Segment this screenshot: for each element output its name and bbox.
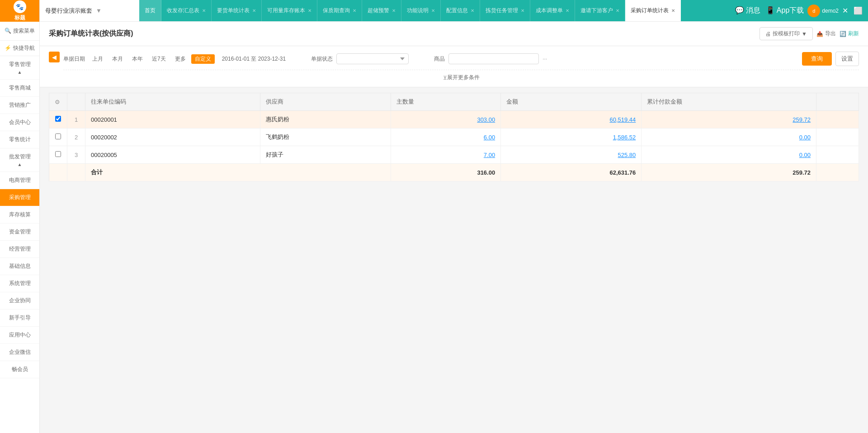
sidebar-item-wholesale[interactable]: 批发管理▲ [0,148,39,172]
sidebar-item-retail-stats[interactable]: 零售统计 [0,131,39,148]
settings-icon[interactable]: ⚙ [55,99,60,105]
tab-close-btn[interactable]: ✕ [671,8,675,13]
tab-purchase-summary[interactable]: 采购订单统计表✕ [625,0,681,21]
sidebar-item-basic-info[interactable]: 基础信息 [0,258,39,275]
sidebar-item-new-guide[interactable]: 新手引导 [0,309,39,327]
row-amount[interactable]: 525.80 [501,146,642,164]
table-row[interactable]: 2 00020002 飞鹤奶粉 6.00 1,586.52 0.00 [49,128,859,146]
sidebar-item-purchase[interactable]: 采购管理 [0,189,39,206]
tab-inventory-book[interactable]: 可用量库存账本✕ [262,0,317,21]
status-select[interactable] [336,53,409,64]
tab-goods-summary[interactable]: 要货单统计表✕ [212,0,262,21]
row-paid-amount[interactable]: 0.00 [642,128,816,146]
goods-more-icon[interactable]: ··· [542,56,547,62]
table-row[interactable]: 3 00020005 好孩子 7.00 525.80 0.00 [49,146,859,164]
footer-extra [816,164,859,181]
nav-item-label: 采购管理 [9,194,31,201]
footer-amount: 62,631.76 [501,164,642,181]
tab-invite-downstream[interactable]: 邀请下游客户✕ [575,0,625,21]
tab-label: 要货单统计表 [217,7,250,14]
sidebar-item-enterprise[interactable]: 企业协同 [0,292,39,309]
this-year-btn[interactable]: 本年 [128,54,146,64]
app-download-button[interactable]: 📱 App下载 [764,4,806,17]
sidebar-item-member[interactable]: 会员中心 [0,114,39,131]
workspace-selector[interactable]: 母婴行业演示账套 ▼ [40,7,139,15]
search-menu-button[interactable]: 🔍 搜索菜单 [3,25,37,37]
close-window-button[interactable]: ✕ [840,5,850,17]
tab-close-btn[interactable]: ✕ [392,8,396,13]
settings-button[interactable]: 设置 [835,52,859,66]
footer-checkbox-cell [49,164,67,181]
last-month-btn[interactable]: 上月 [89,54,107,64]
refresh-button[interactable]: 🔄 刷新 [840,30,859,38]
message-button[interactable]: 💬 消息 [733,4,762,17]
row-amount[interactable]: 60,519.44 [501,111,642,128]
restore-window-button[interactable]: ⬜ [852,5,864,17]
row-main-qty[interactable]: 6.00 [391,128,500,146]
footer-paid-amount: 259.72 [642,164,816,181]
row-number: 3 [67,146,85,164]
tab-close-btn[interactable]: ✕ [202,8,206,13]
row-supplier-code: 00020005 [85,146,260,164]
tab-stocking-task[interactable]: 拣货任务管理✕ [480,0,530,21]
custom-date-tag[interactable]: 自定义 [191,54,215,64]
sidebar-item-marketing[interactable]: 营销推广 [0,97,39,114]
tab-func-desc[interactable]: 功能说明✕ [401,0,441,21]
logo-text: 标题 [14,14,25,22]
export-button[interactable]: 📤 导出 [816,30,836,38]
sidebar-item-retail-mall[interactable]: 零售商城 [0,80,39,97]
more-dates-btn[interactable]: 更多 [171,54,189,64]
tab-close-btn[interactable]: ✕ [308,8,311,13]
row-paid-amount[interactable]: 259.72 [642,111,816,128]
goods-input[interactable] [448,53,539,64]
sidebar-item-finance[interactable]: 资金管理 [0,224,39,241]
tab-close-btn[interactable]: ✕ [252,8,256,13]
sidebar-item-retail-mgmt[interactable]: 零售管理▲ [0,56,39,80]
nav-item-label: 零售商城 [9,84,31,92]
sidebar-item-operations[interactable]: 经营管理 [0,241,39,258]
filter-area: ◀ 单据日期 上月 本月 本年 近7天 更多 自定义 [40,46,868,87]
row-main-qty[interactable]: 7.00 [391,146,500,164]
expand-filter-button[interactable]: ◀ [49,52,60,62]
quick-nav-button[interactable]: ⚡ 快捷导航 [3,43,37,54]
expand-more-button[interactable]: 展开更多条件 [447,74,480,81]
row-checkbox[interactable] [49,128,67,146]
row-amount[interactable]: 1,586.52 [501,128,642,146]
nav-item-label: 企业微信 [9,348,31,356]
topbar: 母婴行业演示账套 ▼ 首页收发存汇总表✕要货单统计表✕可用量库存账本✕保质期查询… [40,0,868,22]
table-row[interactable]: 1 00020001 惠氏奶粉 303.00 60,519.44 259.72 [49,111,859,128]
row-extra [816,146,859,164]
last-7days-btn[interactable]: 近7天 [148,54,170,64]
tab-close-btn[interactable]: ✕ [431,8,435,13]
tab-close-btn[interactable]: ✕ [353,8,356,13]
row-checkbox[interactable] [49,146,67,164]
tab-home[interactable]: 首页 [139,0,161,21]
tab-close-btn[interactable]: ✕ [521,8,524,13]
tab-close-btn[interactable]: ✕ [566,8,569,13]
print-button[interactable]: 🖨 按模板打印 ▼ [760,27,813,40]
tab-overstock[interactable]: 超储预警✕ [362,0,401,21]
tab-close-btn[interactable]: ✕ [471,8,474,13]
this-month-btn[interactable]: 本月 [108,54,127,64]
tab-label: 超储预警 [368,7,389,14]
sidebar-item-system[interactable]: 系统管理 [0,275,39,292]
tab-close-btn[interactable]: ✕ [616,8,619,13]
sidebar-item-corp-wechat[interactable]: 企业微信 [0,344,39,361]
nav-item-label: 新手引导 [9,314,31,322]
tab-shelf-life[interactable]: 保质期查询✕ [317,0,362,21]
tab-config-info[interactable]: 配置信息✕ [441,0,480,21]
row-paid-amount[interactable]: 0.00 [642,146,816,164]
row-checkbox[interactable] [49,111,67,128]
tab-cost-adjust[interactable]: 成本调整单✕ [530,0,575,21]
sidebar-item-ecommerce[interactable]: 电商管理 [0,172,39,189]
user-avatar[interactable]: d [807,5,820,17]
query-button[interactable]: 查询 [802,52,832,66]
tab-collect-summary[interactable]: 收发存汇总表✕ [161,0,212,21]
filter-row-1: 单据日期 上月 本月 本年 近7天 更多 自定义 2016-01-0 [63,52,859,66]
sidebar-item-member2[interactable]: 畅会员 [0,361,39,378]
sidebar-item-app-center[interactable]: 应用中心 [0,327,39,344]
sidebar-item-inventory[interactable]: 库存核算 [0,206,39,224]
row-main-qty[interactable]: 303.00 [391,111,500,128]
page-actions: 🖨 按模板打印 ▼ 📤 导出 🔄 刷新 [760,27,859,40]
sidebar-quick-section: ⚡ 快捷导航 [0,41,39,56]
